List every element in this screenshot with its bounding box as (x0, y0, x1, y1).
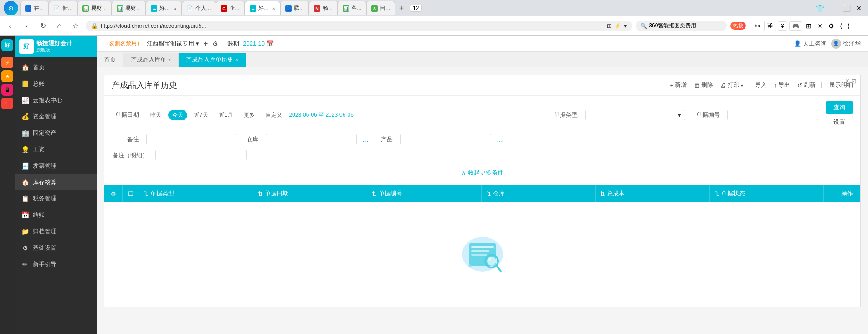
sidebar-item-inventory[interactable]: 🏠 库存核算 (15, 174, 97, 190)
calendar-icon[interactable]: 📅 (267, 40, 274, 47)
date-btn-today[interactable]: 今天 (168, 110, 187, 120)
warehouse-dots[interactable]: ... (359, 135, 372, 144)
import-button[interactable]: ↓ 导入 (749, 80, 769, 90)
page-tab-history-close[interactable]: × (235, 57, 238, 62)
refresh-button[interactable]: ↻ (36, 20, 49, 32)
back-button[interactable]: ‹ (4, 20, 16, 32)
sidebar-item-fixed-assets[interactable]: 🏢 固定资产 (15, 125, 97, 141)
th-cost[interactable]: ⇅ 总成本 (596, 185, 710, 202)
setting-button[interactable]: 设置 (826, 116, 853, 128)
tab-count[interactable]: 12 (410, 5, 422, 12)
org-selector[interactable]: 江西服宝测试专用 ▾ (147, 40, 199, 48)
delete-button[interactable]: 🗑 删除 (692, 80, 715, 90)
date-btn-1month[interactable]: 近1月 (215, 110, 237, 120)
search-bar[interactable]: 🔍 360智能抠图免费用 (636, 21, 727, 31)
sidebar-item-home[interactable]: 🏠 首页 (15, 59, 97, 76)
hot-tag[interactable]: 热搜 (730, 22, 746, 30)
sidebar-item-new-entry[interactable]: ✏ 新手引导 (15, 256, 97, 272)
app-icon-2[interactable]: ⚡ (1, 57, 13, 68)
restore-button[interactable]: ⬜ (840, 4, 853, 13)
user-avatar[interactable]: 👤 徐泽华 (831, 39, 861, 49)
sidebar-item-tax[interactable]: 📋 税务管理 (15, 190, 97, 207)
browser-tab-3[interactable]: 📊 易财... (77, 1, 112, 15)
panel-close-button[interactable]: × (845, 77, 849, 85)
detail-remark-input[interactable] (155, 150, 247, 160)
export-button[interactable]: ↑ 导出 (772, 80, 792, 90)
sidebar-item-reports[interactable]: 📈 云报表中心 (15, 92, 97, 108)
apps-tool[interactable]: ⊞ (804, 21, 813, 31)
home-button[interactable]: ⌂ (53, 20, 66, 32)
browser-tab-1[interactable]: 🔵 在... (20, 1, 49, 15)
app-icon-4[interactable]: 📱 (1, 84, 13, 96)
date-btn-more[interactable]: 更多 (240, 110, 259, 120)
date-btn-yesterday[interactable]: 昨天 (146, 110, 165, 120)
new-button[interactable]: + 新增 (668, 80, 688, 90)
next-tool[interactable]: ⟩ (846, 21, 852, 31)
minimize-button[interactable]: — (828, 4, 840, 13)
warehouse-filter-input[interactable] (266, 134, 357, 144)
add-org-button[interactable]: + (204, 40, 208, 48)
tab-8-close[interactable]: × (272, 6, 275, 11)
date-btn-custom[interactable]: 自定义 (262, 110, 286, 120)
print-button[interactable]: 🖨 打印 ▾ (719, 80, 745, 90)
panel-expand-button[interactable]: ⊡ (851, 77, 857, 85)
gamepad-tool[interactable]: 🎮 (789, 21, 802, 31)
browser-tab-9[interactable]: 🟦 腾... (280, 1, 309, 15)
product-filter-input[interactable] (400, 134, 491, 144)
sidebar-item-funds[interactable]: 💰 资金管理 (15, 108, 97, 125)
forward-button[interactable]: › (20, 20, 33, 32)
query-button[interactable]: 查询 (826, 101, 853, 114)
th-num[interactable]: ⇅ 单据编号 (367, 185, 482, 202)
th-gear[interactable]: ⚙ (104, 185, 123, 202)
browser-tab-8[interactable]: ☁ 好... × (245, 1, 280, 15)
human-service-button[interactable]: 👤 人工咨询 (794, 40, 827, 48)
type-filter-select[interactable]: ▾ (585, 110, 685, 120)
browser-nav-icon[interactable]: ⊙ (4, 1, 18, 15)
theme-tool[interactable]: ☀ (815, 21, 825, 31)
browser-tab-11[interactable]: 📊 各... (338, 1, 366, 15)
page-tab-list[interactable]: 产成品入库单 × (123, 53, 179, 67)
remark-filter-input[interactable] (146, 134, 237, 144)
new-tab-button[interactable]: + (395, 2, 408, 15)
sidebar-item-invoice[interactable]: 🧾 发票管理 (15, 158, 97, 174)
browser-tab-12[interactable]: S 目... (366, 1, 395, 15)
th-type[interactable]: ⇅ 单据类型 (139, 185, 253, 202)
sidebar-item-settings[interactable]: ⚙ 基础设置 (15, 240, 97, 256)
sidebar-item-archive[interactable]: 📁 归档管理 (15, 223, 97, 240)
url-bar[interactable]: 🔒 https://cloud.chanjet.com/accounting/u… (86, 21, 632, 31)
collapse-button[interactable]: ∧ 收起更多条件 (112, 166, 853, 180)
browser-tab-7[interactable]: C 企... (216, 1, 245, 15)
th-check[interactable]: ☐ (123, 185, 139, 202)
refresh-button[interactable]: ↺ 刷新 (796, 80, 817, 90)
url-dropdown-icon[interactable]: ▾ (624, 23, 627, 29)
translate-tool[interactable]: 译 (764, 21, 776, 31)
page-tab-list-close[interactable]: × (168, 57, 171, 62)
more-tool[interactable]: ⋯ (853, 21, 864, 31)
browser-tab-5[interactable]: ☁ 好... × (146, 1, 181, 15)
prev-tool[interactable]: ⟨ (838, 21, 844, 31)
app-icon-5[interactable]: 🔴 (1, 98, 13, 109)
th-status[interactable]: ⇅ 单据状态 (710, 185, 824, 202)
page-tab-home[interactable]: 首页 (97, 53, 123, 67)
app-icon-3[interactable]: ★ (1, 70, 13, 82)
settings-icon[interactable]: ⚙ (212, 40, 218, 47)
browser-tab-10[interactable]: M 畅... (309, 1, 338, 15)
sidebar-item-payroll[interactable]: 👷 工资 (15, 141, 97, 158)
settings-tool[interactable]: ⚙ (827, 21, 836, 31)
browser-tab-2[interactable]: 📄 新... (49, 1, 77, 15)
th-date[interactable]: ⇅ 单据日期 (253, 185, 368, 202)
shirt-icon[interactable]: 👕 (812, 4, 828, 13)
scissors-tool[interactable]: ✂ (753, 21, 762, 31)
app-icon-chanjet[interactable]: 好 (1, 39, 13, 51)
date-btn-7days[interactable]: 近7天 (190, 110, 212, 120)
sidebar-item-close[interactable]: 📅 结账 (15, 207, 97, 223)
th-warehouse[interactable]: ⇅ 仓库 (482, 185, 596, 202)
bookmark-button[interactable]: ☆ (69, 20, 82, 32)
number-filter-input[interactable] (727, 110, 818, 120)
browser-tab-6[interactable]: 📄 个人... (182, 1, 216, 15)
close-button[interactable]: ✕ (853, 4, 864, 13)
yen-tool[interactable]: ¥ (778, 21, 787, 31)
display-checkbox[interactable] (821, 82, 827, 88)
print-dropdown-icon[interactable]: ▾ (741, 83, 743, 88)
sidebar-item-ledger[interactable]: 📒 总账 (15, 76, 97, 92)
